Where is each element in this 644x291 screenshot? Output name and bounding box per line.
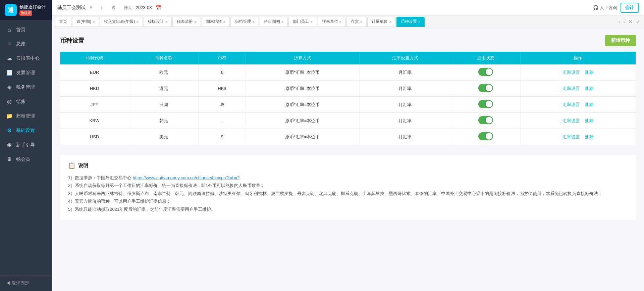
sidebar-item-tax[interactable]: ◈ 税务管理 bbox=[0, 80, 52, 94]
dropdown-icon[interactable]: ▼ bbox=[89, 5, 93, 10]
settings-icon: ⚙ bbox=[6, 127, 13, 134]
cell-conversion: 原币*汇率=本位币 bbox=[246, 64, 359, 81]
tab-prev-button[interactable]: ‹ bbox=[617, 19, 622, 25]
rate-setting-link[interactable]: 汇率设置 bbox=[562, 118, 580, 123]
sidebar-item-settings[interactable]: ⚙ 基础设置 bbox=[0, 123, 52, 138]
sidebar-item-guide[interactable]: ◉ 新手引导 bbox=[0, 138, 52, 152]
tab-period-transfer[interactable]: 期末结转 × bbox=[202, 17, 230, 27]
sidebar-item-invoice[interactable]: 🧾 发票管理 bbox=[0, 65, 52, 80]
tab-close-icon[interactable]: × bbox=[136, 20, 138, 24]
sidebar-item-home[interactable]: ⌂ 首页 bbox=[0, 23, 52, 37]
tab-close-icon[interactable]: × bbox=[93, 20, 95, 24]
headset-icon: 🎧 bbox=[593, 5, 598, 10]
cell-rate-type: 月汇率 bbox=[359, 97, 451, 113]
table-row: KRW 韩元 -- 原币*汇率=本位币 月汇率 汇率设置 删除 bbox=[60, 113, 636, 129]
tab-department[interactable]: 部门员工 × bbox=[288, 17, 317, 27]
tab-home[interactable]: 首页 bbox=[55, 17, 71, 27]
new-currency-button[interactable]: 新增币种 bbox=[605, 35, 636, 46]
tab-close-icon[interactable]: × bbox=[360, 20, 362, 24]
tab-close-icon[interactable]: × bbox=[281, 20, 283, 24]
archive-icon: 📁 bbox=[6, 113, 13, 119]
tab-close-icon[interactable]: × bbox=[252, 20, 254, 24]
tab-subject-initial[interactable]: 科目期初 × bbox=[260, 17, 288, 27]
cell-name: 韩元 bbox=[129, 113, 199, 129]
tab-close-icon[interactable]: × bbox=[418, 20, 420, 24]
cell-symbol: -- bbox=[199, 113, 246, 129]
delete-link[interactable]: 删除 bbox=[585, 86, 594, 91]
edition-badge: 旗舰版 bbox=[19, 10, 32, 16]
period-label: 账期 bbox=[124, 5, 132, 11]
tab-unit[interactable]: 计量单位 × bbox=[367, 17, 395, 27]
tab-currency[interactable]: 币种设置 × bbox=[396, 17, 425, 27]
sidebar-item-member[interactable]: ♛ 畅会员 bbox=[0, 152, 52, 166]
ledger-icon: ≡ bbox=[6, 41, 13, 47]
toggle-knob bbox=[486, 117, 492, 124]
tab-close-icon[interactable]: × bbox=[194, 20, 196, 24]
col-action: 操作 bbox=[520, 52, 636, 64]
tab-label: 账(中期) bbox=[76, 19, 91, 25]
sidebar-item-label: 归档管理 bbox=[16, 113, 35, 119]
tab-close-icon[interactable]: × bbox=[389, 20, 391, 24]
tab-label: 归档管理 bbox=[235, 19, 251, 25]
app-name: 畅捷通好会计 bbox=[19, 4, 46, 10]
cell-rate-type: 月汇率 bbox=[359, 64, 451, 81]
sidebar-item-archive[interactable]: 📁 归档管理 bbox=[0, 109, 52, 123]
tab-template[interactable]: 模版设计 × bbox=[144, 17, 172, 27]
sidebar-item-checkout[interactable]: ◎ 结账 bbox=[0, 94, 52, 109]
tab-close-all-button[interactable]: ✕ bbox=[627, 18, 634, 25]
tab-close-icon[interactable]: × bbox=[310, 20, 312, 24]
cell-rate-type: 月汇率 bbox=[359, 81, 451, 97]
tab-close-icon[interactable]: × bbox=[339, 20, 341, 24]
col-code: 币种代码 bbox=[60, 52, 129, 64]
toggle-knob bbox=[486, 85, 492, 91]
page-title: 币种设置 bbox=[60, 37, 84, 45]
notice-link[interactable]: https://www.chinamoney.com.cn/chinese/bk… bbox=[133, 175, 240, 180]
delete-link[interactable]: 删除 bbox=[585, 102, 594, 107]
rate-setting-link[interactable]: 汇率设置 bbox=[562, 86, 580, 91]
rate-setting-link[interactable]: 汇率设置 bbox=[562, 134, 580, 139]
sidebar-item-label: 首页 bbox=[16, 27, 25, 33]
page-title-row: 币种设置 新增币种 bbox=[60, 35, 636, 46]
delete-link[interactable]: 删除 bbox=[585, 118, 594, 123]
tab-income-report[interactable]: 收入支出表(年报) × bbox=[100, 17, 143, 27]
add-tab-button[interactable]: ＋ bbox=[97, 4, 107, 12]
config-icon[interactable]: ⚙ bbox=[110, 5, 117, 11]
tab-label: 期末结转 bbox=[206, 19, 222, 25]
notice-item: 1）数据来源：中国外汇交易中心 https://www.chinamoney.c… bbox=[68, 174, 628, 182]
tab-account-period[interactable]: 账(中期) × bbox=[72, 17, 99, 27]
delete-link[interactable]: 删除 bbox=[585, 70, 594, 75]
col-symbol: 币符 bbox=[199, 52, 246, 64]
sidebar-pin-toggle[interactable]: ◀ 取消固定 bbox=[0, 275, 52, 291]
sidebar-item-reports[interactable]: ☁ 云报表中心 bbox=[0, 51, 52, 65]
cell-action: 汇率设置 删除 bbox=[520, 64, 636, 81]
toggle-enabled[interactable] bbox=[478, 68, 493, 76]
rate-setting-link[interactable]: 汇率设置 bbox=[562, 70, 580, 75]
toggle-enabled[interactable] bbox=[478, 100, 493, 108]
toggle-enabled[interactable] bbox=[478, 116, 493, 124]
tab-tax[interactable]: 税表清册 × bbox=[172, 17, 201, 27]
tab-expand-button[interactable]: ⤢ bbox=[635, 19, 641, 25]
cell-symbol: € bbox=[199, 64, 246, 81]
tab-contacts[interactable]: 往来单位 × bbox=[318, 17, 346, 27]
reports-icon: ☁ bbox=[6, 55, 13, 61]
cell-conversion: 原币*汇率=本位币 bbox=[246, 113, 359, 129]
tab-close-icon[interactable]: × bbox=[223, 20, 225, 24]
tab-archive[interactable]: 归档管理 × bbox=[230, 17, 259, 27]
delete-link[interactable]: 删除 bbox=[585, 134, 594, 139]
tab-close-icon[interactable]: × bbox=[165, 20, 167, 24]
account-button[interactable]: 会计 bbox=[621, 3, 639, 13]
rate-setting-link[interactable]: 汇率设置 bbox=[562, 102, 580, 107]
toggle-enabled[interactable] bbox=[478, 132, 493, 140]
cell-status bbox=[451, 81, 521, 97]
tab-inventory[interactable]: 存货 × bbox=[346, 17, 367, 27]
tab-label: 首页 bbox=[59, 19, 67, 25]
support-button[interactable]: 🎧 人工咨询 bbox=[593, 5, 617, 11]
notice-icon: 📋 bbox=[68, 162, 75, 169]
notice-item: 4）无官方牌价的币种，可以用户手工维护汇率信息； bbox=[68, 197, 628, 205]
tab-next-button[interactable]: › bbox=[622, 19, 626, 25]
toggle-enabled[interactable] bbox=[478, 84, 493, 92]
calendar-icon[interactable]: 📅 bbox=[155, 5, 161, 10]
cell-conversion: 原币*汇率=本位币 bbox=[246, 81, 359, 97]
sidebar-item-ledger[interactable]: ≡ 总账 bbox=[0, 37, 52, 51]
notice-text: 5）系统只能自动抓取2021年度后的汇率，之前年度汇率需要用户手工维护。 bbox=[68, 207, 215, 212]
